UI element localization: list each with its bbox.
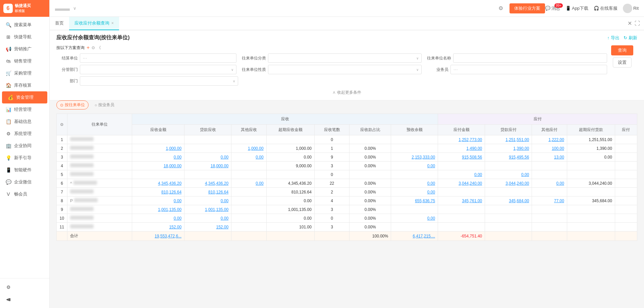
table-cell[interactable]: 915,508.56 xyxy=(438,153,485,162)
table-cell[interactable]: 655,636.75 xyxy=(391,196,438,205)
table-cell[interactable]: 0.00 xyxy=(391,214,438,223)
sidebar-item-hardware[interactable]: 📱智能硬件 xyxy=(0,164,49,176)
table-cell xyxy=(184,170,231,179)
topbar-logo-small: ▬▬ xyxy=(55,4,70,13)
table-cell[interactable]: 77.00 xyxy=(532,196,567,205)
table-cell[interactable]: 810,126.64 xyxy=(184,188,231,196)
partner-cell xyxy=(67,144,132,153)
export-button[interactable]: ↑ 导出 xyxy=(607,35,620,41)
table-cell[interactable]: 4,345,436.20 xyxy=(132,179,184,188)
table-cell[interactable]: 1,251,551.00 xyxy=(485,135,532,144)
table-cell xyxy=(615,196,637,205)
sidebar-item-enterprise[interactable]: 🏢企业协同 xyxy=(0,140,49,152)
sidebar-item-search-menu[interactable]: 🔍搜索菜单 xyxy=(0,19,49,31)
settings-icon: ⚙ xyxy=(5,284,11,290)
sidebar-item-capital[interactable]: 💰资金管理 xyxy=(2,91,47,103)
scheme-by-salesperson[interactable]: ○ 按业务员 xyxy=(91,101,118,109)
table-cell[interactable]: 345,761.00 xyxy=(438,196,485,205)
sidebar-item-quick-nav[interactable]: ⊞快捷导航 xyxy=(0,31,49,43)
promo-button[interactable]: 体验行业方案 xyxy=(509,3,545,13)
table-cell[interactable]: 2,153,333.00 xyxy=(391,153,438,162)
table-cell[interactable]: 1,252,773.00 xyxy=(438,135,485,144)
table-cell[interactable]: 915,495.56 xyxy=(485,153,532,162)
table-header-cols: 应收金额 贷款应收 其他应收 超期应收金额 应收笔数 应收款占比 预收余额 应付… xyxy=(57,125,637,135)
table-cell[interactable]: 13.00 xyxy=(532,153,567,162)
tab-fullscreen[interactable]: ⛶ xyxy=(635,20,640,27)
tab-close-window[interactable]: ✕ xyxy=(628,20,632,27)
table-cell[interactable]: 0.00 xyxy=(485,170,532,179)
table-cell[interactable]: 18,000.00 xyxy=(132,162,184,170)
settings-gear[interactable]: ⚙ xyxy=(496,4,505,13)
table-cell[interactable]: 0.00 xyxy=(391,179,438,188)
table-cell[interactable]: 1,001,135.00 xyxy=(184,205,231,214)
partner-nature-input[interactable]: ∨ xyxy=(268,65,422,74)
table-cell[interactable]: 0.00 xyxy=(184,214,231,223)
table-cell[interactable]: 0.00 xyxy=(132,196,184,205)
scheme-by-salesperson-label: 按业务员 xyxy=(98,102,114,108)
query-button[interactable]: 查询 xyxy=(611,45,633,55)
table-cell[interactable]: 0.00 xyxy=(391,162,438,170)
table-cell[interactable]: 1,001,135.00 xyxy=(132,205,184,214)
table-cell[interactable]: 345,684.00 xyxy=(485,196,532,205)
table-cell[interactable]: 1,222.00 xyxy=(532,135,567,144)
table-cell[interactable]: 1,000.00 xyxy=(231,144,267,153)
table-cell[interactable]: 1,490.00 xyxy=(438,144,485,153)
table-cell[interactable]: 0.00 xyxy=(184,153,231,162)
user-item[interactable]: Rit xyxy=(623,4,639,13)
settlement-unit-input[interactable]: ··· xyxy=(80,53,236,63)
sidebar-item-system[interactable]: ⚙系统管理 xyxy=(0,128,49,140)
sidebar-item-marketing[interactable]: 📢营销推广 xyxy=(0,43,49,55)
sidebar-item-wechat[interactable]: 💬企业微信 xyxy=(0,176,49,188)
collapse-bar[interactable]: ∧ 收起更多条件 xyxy=(56,88,637,97)
msg-item[interactable]: 💬 消息 99+ xyxy=(545,5,560,11)
table-cell[interactable]: 0.00 xyxy=(132,153,184,162)
table-cell[interactable]: 0.00 xyxy=(184,196,231,205)
table-cell[interactable]: 0.00 xyxy=(132,214,184,223)
sidebar-footer-collapse[interactable]: ◀▮ xyxy=(0,293,49,305)
table-cell[interactable]: 4,345,436.20 xyxy=(184,179,231,188)
table-cell[interactable]: 1,390.00 xyxy=(485,144,532,153)
table-cell[interactable]: 0.00 xyxy=(391,188,438,196)
tab-arquery[interactable]: 应收应付余额查询 × xyxy=(69,17,119,30)
table-settings-icon[interactable]: ⚙ xyxy=(60,122,64,127)
sidebar-item-purchase[interactable]: 🛒采购管理 xyxy=(0,67,49,79)
partner-category-input[interactable]: ∨ xyxy=(268,53,422,63)
filter-add-icon[interactable]: + xyxy=(87,45,90,51)
filter-collapse-icon[interactable]: 《 xyxy=(97,45,101,51)
table-cell[interactable]: 100.00 xyxy=(532,144,567,153)
row-number: 10 xyxy=(57,214,67,223)
table-cell[interactable]: 0.00 xyxy=(532,179,567,188)
sidebar-item-vip[interactable]: V畅会员 xyxy=(0,188,49,200)
table-cell[interactable]: 3,044,240.00 xyxy=(485,179,532,188)
division-dept-input[interactable]: ∨ xyxy=(80,65,236,74)
app-download-item[interactable]: 📱 App下载 xyxy=(566,5,588,11)
sidebar-item-operation[interactable]: 📊经营管理 xyxy=(0,103,49,116)
table-cell[interactable]: 0.00 xyxy=(231,153,267,162)
total-ar-amount[interactable]: 19,553,472,6... xyxy=(132,231,184,241)
table-cell[interactable]: 1,000.00 xyxy=(132,144,184,153)
online-service-item[interactable]: 🎧 在线客服 xyxy=(594,5,618,11)
total-prepay[interactable]: 6,417,215.... xyxy=(391,231,438,241)
table-cell[interactable]: 810,126.64 xyxy=(132,188,184,196)
table-cell[interactable]: 0.00 xyxy=(438,170,485,179)
dept-input[interactable]: ∨ xyxy=(80,76,238,86)
scheme-by-partner[interactable]: ⊙ 按往来单位 xyxy=(56,100,89,109)
filter-option-icon[interactable]: ⊙ xyxy=(92,45,95,50)
sidebar-item-sales[interactable]: 🛍销售管理 xyxy=(0,55,49,67)
table-cell[interactable]: 18,000.00 xyxy=(184,162,231,170)
sidebar-item-basic-info[interactable]: 📋基础信息 xyxy=(0,116,49,128)
tab-home[interactable]: 首页 xyxy=(50,17,69,30)
partner-name-input[interactable] xyxy=(453,53,607,63)
refresh-button[interactable]: ↻ 刷新 xyxy=(624,35,637,41)
table-cell[interactable]: 152.00 xyxy=(184,223,231,231)
settlement-unit-label: 结算单位 xyxy=(56,55,78,61)
sidebar-footer-settings[interactable]: ⚙ xyxy=(0,281,49,293)
tab-close-icon[interactable]: × xyxy=(111,21,114,26)
setting-button[interactable]: 设置 xyxy=(613,57,632,68)
sidebar-item-guide[interactable]: 💡新手引导 xyxy=(0,152,49,164)
table-cell[interactable]: 3,044,240.00 xyxy=(438,179,485,188)
table-cell[interactable]: 152.00 xyxy=(132,223,184,231)
salesperson-input[interactable]: ··· xyxy=(450,65,607,74)
table-cell[interactable]: 0.00 xyxy=(231,179,267,188)
sidebar-item-inventory[interactable]: 🏠库存核算 xyxy=(0,79,49,91)
